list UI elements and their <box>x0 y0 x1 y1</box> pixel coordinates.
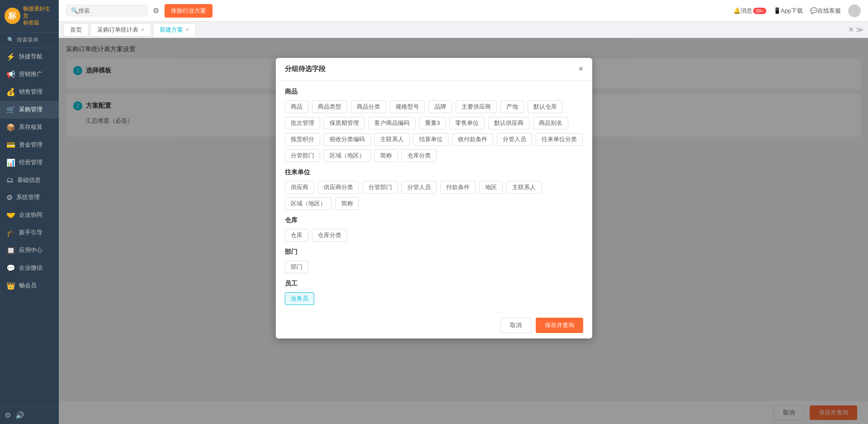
tag-manager[interactable]: 分管人员 <box>497 133 532 146</box>
tag-warehouse-category-product[interactable]: 仓库分类 <box>401 149 437 162</box>
tab-purchase-stats-close[interactable]: × <box>141 27 144 33</box>
tag-grid-product: 商品 商品类型 商品分类 规格型号 品牌 主要供应商 产地 默认仓库 批次管理 … <box>285 100 583 162</box>
tab-new-plan-close[interactable]: × <box>186 27 189 33</box>
sidebar-item-quick-nav[interactable]: ⚡ 快捷导航 <box>0 48 59 66</box>
section-title-product: 商品 <box>285 88 583 96</box>
sidebar-item-sales[interactable]: 💰 销售管理 <box>0 83 59 101</box>
tag-supplier[interactable]: 供应商 <box>285 181 314 194</box>
tab-new-plan[interactable]: 新建方案 × <box>153 23 196 37</box>
sidebar-item-member[interactable]: 👑 畅会员 <box>0 277 59 295</box>
tag-payment-condition[interactable]: 付款条件 <box>440 181 476 194</box>
app-download-icon: 📱 <box>774 7 781 14</box>
cancel-button[interactable]: 取消 <box>500 318 531 333</box>
tag-default-supplier[interactable]: 默认供应商 <box>488 117 529 129</box>
tab-purchase-stats[interactable]: 采购订单统计表 × <box>90 23 151 37</box>
section-title-department: 部门 <box>285 248 583 256</box>
inventory-icon: 📦 <box>6 123 15 132</box>
app-download-item[interactable]: 📱 App下载 <box>774 7 803 15</box>
tabs-more[interactable]: ≫ <box>856 25 863 34</box>
sidebar-item-system[interactable]: ⚙ 系统管理 <box>0 189 59 206</box>
sidebar-item-basics[interactable]: 🗂 基础信息 <box>0 172 59 189</box>
tag-product-type[interactable]: 商品类型 <box>312 100 347 113</box>
trial-btn[interactable]: 体验行业方案 <box>165 4 212 18</box>
audio-bottom-icon[interactable]: 🔊 <box>15 411 24 419</box>
tag-product-alias[interactable]: 商品别名 <box>533 117 568 129</box>
sidebar-item-inventory[interactable]: 📦 库存核算 <box>0 119 59 136</box>
sidebar-item-newbie[interactable]: 🎓 新手引导 <box>0 224 59 242</box>
header-search-box[interactable]: 🔍 <box>66 5 147 16</box>
sidebar-item-finance[interactable]: 💳 资金管理 <box>0 136 59 154</box>
modal-close-btn[interactable]: × <box>578 64 583 74</box>
tab-home[interactable]: 首页 <box>63 23 89 37</box>
tag-spec-type[interactable]: 规格型号 <box>390 100 425 113</box>
corp-icon: 🤝 <box>6 211 15 219</box>
sidebar-search[interactable]: 🔍 搜索菜单 <box>0 33 59 48</box>
user-avatar[interactable] <box>848 5 861 17</box>
search-icon: 🔍 <box>7 37 14 43</box>
tag-manage-dept[interactable]: 分管部门 <box>363 181 398 194</box>
tag-default-warehouse[interactable]: 默认仓库 <box>528 100 563 113</box>
tag-dept[interactable]: 部门 <box>285 261 308 273</box>
tag-grid-warehouse: 仓库 仓库分类 <box>285 229 583 242</box>
sidebar-item-corp[interactable]: 🤝 企业协同 <box>0 206 59 224</box>
header: 🔍 ⚙ 体验行业方案 🔔 消息 99+ 📱 App下载 💬 在线客服 <box>59 0 868 22</box>
tag-warehouse[interactable]: 仓库 <box>285 229 308 242</box>
tag-product-category[interactable]: 商品分类 <box>351 100 386 113</box>
tabs-close-all[interactable]: ✕ <box>848 25 854 34</box>
tag-batch-mgmt[interactable]: 批次管理 <box>285 117 320 129</box>
modal-select-fields: 分组待选字段 × 商品 商品 商品类型 商品分类 规格型号 品牌 主要供应商 产… <box>276 58 592 338</box>
notification-item[interactable]: 🔔 消息 99+ <box>733 7 766 15</box>
tag-customer-code[interactable]: 客户商品编码 <box>368 117 415 129</box>
tag-region-product[interactable]: 区域（地区） <box>324 149 371 162</box>
tag-short-name-product[interactable]: 简称 <box>374 149 398 162</box>
sidebar-item-wechat[interactable]: 💬 企业微信 <box>0 259 59 277</box>
tag-warehouse-category[interactable]: 仓库分类 <box>312 229 347 242</box>
tabs-bar: 首页 采购订单统计表 × 新建方案 × ✕ ≫ <box>59 22 868 38</box>
online-service-icon: 💬 <box>810 7 817 14</box>
header-search-input[interactable] <box>78 7 132 14</box>
header-left: 🔍 ⚙ 体验行业方案 <box>66 4 733 18</box>
sidebar-item-marketing[interactable]: 📢 营销推广 <box>0 66 59 83</box>
marketing-icon: 📢 <box>6 70 15 79</box>
tag-payment-terms[interactable]: 收付款条件 <box>452 133 493 146</box>
modal-header: 分组待选字段 × <box>276 58 592 81</box>
tag-grid-counterpart: 供应商 供应商分类 分管部门 分管人员 付款条件 地区 主联系人 区域（地区） … <box>285 181 583 210</box>
section-title-employee: 员工 <box>285 280 583 288</box>
tag-main-contact[interactable]: 主联系人 <box>374 133 410 146</box>
tag-salesperson[interactable]: 业务员 <box>285 292 314 305</box>
sidebar-item-operations[interactable]: 📊 经营管理 <box>0 154 59 172</box>
sidebar-item-purchase[interactable]: 🛒 采购管理 <box>0 101 59 119</box>
tag-product[interactable]: 商品 <box>285 100 308 113</box>
header-search-icon: 🔍 <box>71 7 78 14</box>
tag-tax-category-code[interactable]: 税收分类编码 <box>324 133 371 146</box>
settings-bottom-icon[interactable]: ⚙ <box>5 411 11 419</box>
section-title-counterpart: 往来单位 <box>285 168 583 176</box>
tag-brand[interactable]: 品牌 <box>429 100 452 113</box>
notification-icon: 🔔 <box>733 7 741 14</box>
tag-region-area[interactable]: 区域（地区） <box>285 197 332 210</box>
tag-pickup-points[interactable]: 拣货积分 <box>285 133 320 146</box>
sidebar-logo: 标 畅捷通好生意 标签版 <box>0 0 59 33</box>
tag-grid-department: 部门 <box>285 261 583 273</box>
member-icon: 👑 <box>6 281 15 290</box>
tag-weight3[interactable]: 重量3 <box>419 117 446 129</box>
tag-source-unit-category[interactable]: 往来单位分类 <box>536 133 583 146</box>
tag-region-cpart[interactable]: 地区 <box>479 181 503 194</box>
tag-main-supplier[interactable]: 主要供应商 <box>456 100 497 113</box>
tag-settlement-unit[interactable]: 结算单位 <box>413 133 448 146</box>
online-service-item[interactable]: 💬 在线客服 <box>810 7 841 15</box>
wechat-icon: 💬 <box>6 264 15 272</box>
header-settings-icon[interactable]: ⚙ <box>153 6 159 15</box>
sidebar-bottom: ⚙ 🔊 <box>0 406 59 424</box>
tag-retail-unit[interactable]: 零售单位 <box>449 117 485 129</box>
tag-manage-person[interactable]: 分管人员 <box>401 181 437 194</box>
save-query-button[interactable]: 保存并查询 <box>536 318 583 333</box>
tag-managing-dept[interactable]: 分管部门 <box>285 149 320 162</box>
header-right: 🔔 消息 99+ 📱 App下载 💬 在线客服 <box>733 5 861 17</box>
tag-short-name-cpart[interactable]: 简称 <box>335 197 359 210</box>
sidebar-item-appcenter[interactable]: 🔲 应用中心 <box>0 242 59 259</box>
tag-quality-mgmt[interactable]: 保质期管理 <box>324 117 365 129</box>
tag-origin[interactable]: 产地 <box>500 100 524 113</box>
tag-main-contact-cpart[interactable]: 主联系人 <box>506 181 542 194</box>
tag-supplier-category[interactable]: 供应商分类 <box>318 181 359 194</box>
